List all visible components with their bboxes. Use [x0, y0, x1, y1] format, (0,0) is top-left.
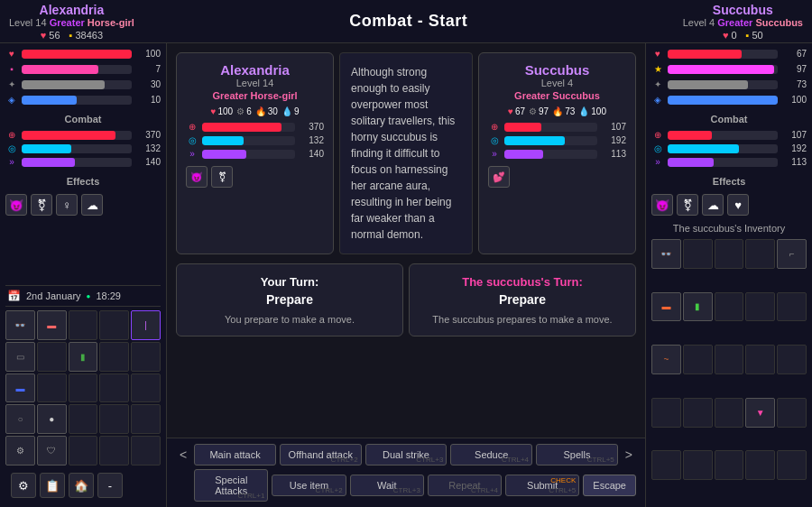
nav-right[interactable]: > — [622, 447, 636, 462]
spells-btn[interactable]: Spells CTRL+5 — [536, 444, 618, 466]
inv-slot-10[interactable] — [131, 342, 161, 372]
offhand-attack-btn[interactable]: Offhand attack CTRL+2 — [280, 444, 362, 466]
inv-slot-8[interactable]: ▮ — [69, 342, 98, 372]
einv-slot-6: ▬ — [651, 292, 681, 322]
center-top: Alexandria Level 14 Greater Horse-girl ♥… — [167, 43, 645, 263]
player-stats-row: ♥56 ▪38463 — [9, 30, 134, 41]
enemy-card-combat: ⊕ 107 ◎ 192 » 113 — [488, 122, 626, 161]
dual-strike-btn[interactable]: Dual strike CTRL+3 — [365, 444, 448, 466]
inv-slot-3[interactable] — [69, 310, 98, 340]
help-icon-btn[interactable]: - — [97, 473, 123, 498]
your-turn-title: Your Turn: — [188, 275, 392, 289]
dot: ● — [87, 292, 91, 300]
use-item-btn[interactable]: Use item CTRL+2 — [272, 475, 346, 496]
inv-slot-20[interactable] — [131, 404, 161, 434]
right-panel: ♥ 67 ★ 97 ✦ 73 ◈ 100 Comba — [645, 43, 812, 507]
player-card-name: Alexandria — [186, 62, 324, 78]
enemy-hp-icon: ♥ — [651, 49, 664, 59]
turn-area: Your Turn: Prepare You prepare to make a… — [167, 263, 645, 344]
main-attack-btn[interactable]: Main attack — [194, 444, 276, 466]
journal-icon-btn[interactable]: 📋 — [40, 473, 65, 498]
inv-slot-11[interactable]: ▬ — [5, 373, 35, 403]
player-header-left: Alexandria Level 14 Greater Horse-girl ♥… — [9, 3, 134, 41]
stat4-bar-container — [22, 96, 132, 105]
effect-icon-3: ♀ — [56, 194, 78, 216]
action-row-2: < Special Attacks CTRL+1 Use item CTRL+2… — [176, 469, 636, 502]
einv-slot-11: ~ — [651, 345, 681, 374]
your-turn-desc: You prepare to make a move. — [188, 314, 392, 325]
einv-slot-3 — [715, 239, 744, 269]
stat2-value: 7 — [135, 64, 161, 74]
enemy-effects-label: Effects — [651, 176, 807, 187]
map-icon-btn[interactable]: 🏠 — [69, 473, 94, 498]
inv-slot-7[interactable] — [37, 342, 67, 372]
combat1-bar — [22, 131, 115, 140]
seduce-btn[interactable]: Seduce CTRL+4 — [450, 444, 532, 466]
player-stat3-row: ✦ 30 — [5, 79, 161, 89]
einv-slot-13 — [715, 345, 744, 374]
inv-slot-17[interactable]: ● — [37, 404, 67, 434]
einv-slot-5: ⌐ — [777, 239, 807, 269]
date-time-row: 📅 2nd January ● 18:29 — [5, 285, 161, 307]
submit-btn[interactable]: CHECK Submit CTRL+5 — [505, 475, 579, 496]
inv-slot-25[interactable] — [131, 436, 161, 466]
enemy-stat4-bar — [668, 96, 778, 105]
inv-slot-5[interactable]: | — [131, 310, 161, 340]
inv-slot-23[interactable] — [69, 436, 98, 466]
einv-slot-16 — [651, 398, 681, 428]
player-card-effects: 😈 ⚧ — [186, 166, 324, 188]
enemy-stat3-bar — [668, 80, 748, 89]
einv-slot-15 — [777, 345, 807, 374]
hp-bar — [22, 50, 132, 59]
heart-icon-right: ♥ — [723, 30, 729, 41]
player-effects-label: Effects — [5, 176, 161, 187]
einv-slot-12 — [683, 345, 713, 374]
inv-slot-4[interactable] — [99, 310, 129, 340]
inv-slot-22[interactable]: 🛡 — [37, 436, 67, 466]
enemy-card-stats: ♥67 ⚙97 🔥73 💧100 — [488, 106, 626, 116]
player-stat4-row: ◈ 10 — [5, 95, 161, 105]
player-card: Alexandria Level 14 Greater Horse-girl ♥… — [176, 52, 334, 254]
enemy-stat4-icon: ◈ — [651, 95, 664, 105]
ecb3-icon: » — [651, 157, 664, 167]
effect-icon-1: 😈 — [5, 194, 27, 216]
escape-btn[interactable]: Escape — [583, 475, 636, 496]
repeat-btn[interactable]: Repeat CTRL+4 — [428, 475, 502, 496]
enemy-stat2-bar — [668, 65, 774, 74]
enemy-card-name: Succubus — [488, 62, 626, 78]
enemy-turn-title: The succubus's Turn: — [420, 275, 624, 289]
inv-slot-15[interactable] — [131, 373, 161, 403]
settings-icon-btn[interactable]: ⚙ — [11, 473, 36, 498]
enemy-effect-4: ♥ — [727, 194, 749, 216]
ecb2-icon: ◎ — [651, 143, 664, 153]
date-text: 2nd January — [26, 290, 81, 301]
inv-slot-1[interactable]: 👓 — [5, 310, 35, 340]
inv-slot-21[interactable]: ⚙ — [5, 436, 35, 466]
enemy-card-type: Greater Succubus — [488, 90, 626, 101]
inv-slot-18[interactable] — [69, 404, 98, 434]
inv-slot-13[interactable] — [69, 373, 98, 403]
effect-icon-2: ⚧ — [31, 194, 52, 216]
enemy-card: Succubus Level 4 Greater Succubus ♥67 ⚙9… — [478, 52, 636, 254]
inv-slot-9[interactable] — [99, 342, 129, 372]
inv-slot-14[interactable] — [99, 373, 129, 403]
special-attacks-btn[interactable]: Special Attacks CTRL+1 — [194, 469, 268, 502]
heart-icon: ♥ — [41, 30, 47, 41]
enemy-combat-stats: ⊕ 107 ◎ 192 » 113 — [651, 130, 807, 169]
inv-slot-6[interactable]: ▭ — [5, 342, 35, 372]
enemy-effect-3: ☁ — [702, 194, 724, 216]
inv-slot-2[interactable]: ▬ — [37, 310, 67, 340]
player-card-type: Greater Horse-girl — [186, 90, 324, 101]
inv-slot-16[interactable]: ○ — [5, 404, 35, 434]
wait-btn[interactable]: Wait CTRL+3 — [350, 475, 424, 496]
left-panel: ♥ 100 ▪ 7 ✦ 30 ◈ 10 Combat — [0, 43, 167, 507]
inv-slot-24[interactable] — [99, 436, 129, 466]
combat3-bar — [22, 158, 75, 167]
combat-title: Combat - Start — [349, 12, 467, 31]
nav-left[interactable]: < — [176, 447, 190, 462]
inv-slot-19[interactable] — [99, 404, 129, 434]
ecb1-icon: ⊕ — [651, 130, 664, 140]
stat3-icon: ✦ — [5, 79, 18, 89]
inv-slot-12[interactable] — [37, 373, 67, 403]
enemy-combat-label: Combat — [651, 114, 807, 124]
